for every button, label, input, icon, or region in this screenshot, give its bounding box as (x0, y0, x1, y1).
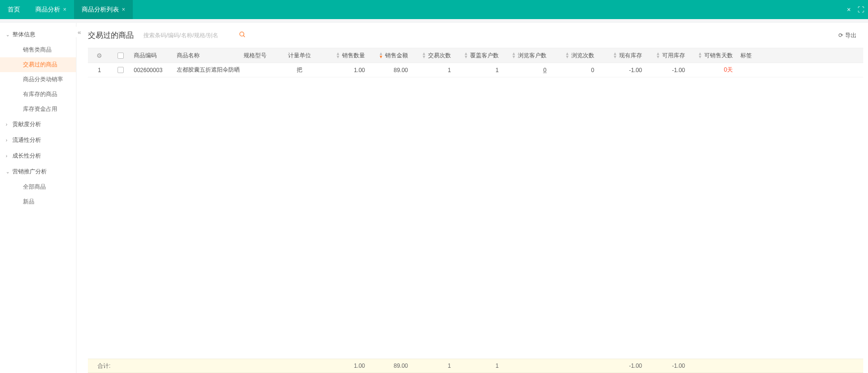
sidebar-group-label: 流通性分析 (12, 136, 41, 144)
col-code[interactable]: 商品编码 (130, 48, 173, 63)
cell-spec (240, 63, 278, 77)
export-button[interactable]: ⟳ 导出 (838, 32, 857, 40)
table-empty-space (88, 77, 863, 359)
cell-name: 左都胶囊五折遮阳伞防晒伞; (173, 63, 240, 77)
chevron-down-icon: ⌄ (6, 32, 10, 37)
tab-product-analysis-list[interactable]: 商品分析列表 × (74, 0, 133, 19)
cell-index: 1 (88, 63, 111, 77)
footer-tags (737, 359, 863, 373)
sidebar-group-contribution[interactable]: › 贡献度分析 (0, 117, 76, 132)
cell-avail: -1.00 (646, 63, 689, 77)
cell-stock: -1.00 (598, 63, 646, 77)
cell-qty: 1.00 (321, 63, 369, 77)
sort-icon: ▲▼ (422, 52, 426, 59)
chevron-right-icon: › (6, 122, 7, 127)
col-checkbox[interactable] (111, 48, 130, 63)
sidebar-group-label: 贡献度分析 (12, 120, 41, 128)
cell-customers: 1 (455, 63, 503, 77)
sort-icon: ▲▼ (613, 52, 617, 59)
close-icon[interactable]: × (122, 6, 125, 13)
close-icon[interactable]: × (63, 6, 66, 13)
tab-home[interactable]: 首页 (0, 0, 28, 19)
divider (0, 19, 868, 23)
footer-qty: 1.00 (321, 359, 369, 373)
cell-browse-cust[interactable]: 0 (503, 63, 550, 77)
col-stock[interactable]: ▲▼现有库存 (598, 48, 646, 63)
footer-browse-cust (503, 359, 550, 373)
sidebar-group-label: 成长性分析 (12, 152, 41, 160)
sidebar-item-sales-products[interactable]: 销售类商品 (0, 43, 76, 57)
sort-icon: ▲▼ (379, 52, 383, 59)
sidebar-group-label: 营销推广分析 (12, 168, 47, 176)
sort-icon: ▲▼ (512, 52, 516, 59)
close-all-icon[interactable]: × (847, 6, 851, 13)
col-browse-cust[interactable]: ▲▼浏览客户数 (503, 48, 550, 63)
col-unit[interactable]: 计量单位 (278, 48, 321, 63)
sidebar-item-traded-products[interactable]: 交易过的商品 (0, 57, 76, 72)
fullscreen-icon[interactable]: ⛶ (857, 6, 864, 13)
tab-label: 商品分析列表 (82, 5, 119, 14)
sidebar-group-label: 整体信息 (12, 31, 35, 39)
footer-browse-cnt (550, 359, 598, 373)
svg-line-1 (243, 35, 245, 37)
sidebar-item-stock-capital[interactable]: 库存资金占用 (0, 102, 76, 117)
table-row: 1 002600003 左都胶囊五折遮阳伞防晒伞; 把 1.00 89.00 1… (88, 63, 863, 77)
browse-cust-link[interactable]: 0 (543, 67, 547, 74)
cell-amount: 89.00 (369, 63, 412, 77)
cell-txn: 1 (412, 63, 455, 77)
tab-label: 商品分析 (35, 5, 60, 14)
footer-stock: -1.00 (598, 359, 646, 373)
checkbox-all[interactable] (118, 53, 124, 59)
sidebar-item-new-products[interactable]: 新品 (0, 194, 76, 209)
sort-icon: ▲▼ (336, 52, 340, 59)
sidebar-item-instock-products[interactable]: 有库存的商品 (0, 87, 76, 102)
sidebar-item-all-products[interactable]: 全部商品 (0, 180, 76, 194)
sidebar-group-liquidity[interactable]: › 流通性分析 (0, 132, 76, 148)
col-tags[interactable]: 标签 (737, 48, 863, 63)
search-wrap (141, 29, 246, 42)
col-txn[interactable]: ▲▼交易次数 (412, 48, 455, 63)
search-input[interactable] (141, 29, 237, 42)
col-name[interactable]: 商品名称 (173, 48, 240, 63)
sort-icon: ▲▼ (565, 52, 569, 59)
export-label: 导出 (845, 32, 857, 40)
sidebar-group-marketing[interactable]: ⌄ 营销推广分析 (0, 164, 76, 180)
page-title: 交易过的商品 (88, 31, 134, 41)
col-customers[interactable]: ▲▼覆盖客户数 (455, 48, 503, 63)
content: 交易过的商品 ⟳ 导出 ⚙ 商品编码 (76, 23, 868, 373)
search-icon[interactable] (239, 31, 246, 40)
col-avail[interactable]: ▲▼可用库存 (646, 48, 689, 63)
cell-checkbox[interactable] (111, 63, 130, 77)
sidebar-group-growth[interactable]: › 成长性分析 (0, 148, 76, 164)
col-browse-cnt[interactable]: ▲▼浏览次数 (550, 48, 598, 63)
cell-days: 0天 (689, 63, 737, 77)
col-days[interactable]: ▲▼可销售天数 (689, 48, 737, 63)
col-spec[interactable]: 规格型号 (240, 48, 278, 63)
col-qty[interactable]: ▲▼销售数量 (321, 48, 369, 63)
svg-point-0 (240, 32, 244, 36)
top-right-controls: × ⛶ (847, 0, 864, 19)
footer-avail: -1.00 (646, 359, 689, 373)
checkbox-row[interactable] (118, 67, 124, 73)
content-header: 交易过的商品 ⟳ 导出 (88, 23, 868, 48)
col-gear[interactable]: ⚙ (88, 48, 111, 63)
tab-label: 首页 (8, 5, 20, 14)
tab-product-analysis[interactable]: 商品分析 × (28, 0, 74, 19)
chevron-right-icon: › (6, 153, 7, 159)
footer-customers: 1 (455, 359, 503, 373)
sidebar-item-category-rate[interactable]: 商品分类动销率 (0, 72, 76, 87)
sidebar-group-overall[interactable]: ⌄ 整体信息 (0, 27, 76, 43)
col-amount[interactable]: ▲▼销售金额 (369, 48, 412, 63)
refresh-icon: ⟳ (838, 32, 843, 39)
footer-days (689, 359, 737, 373)
sort-icon: ▲▼ (698, 52, 702, 59)
table: ⚙ 商品编码 商品名称 规格型号 计量单位 ▲▼销售数量 ▲▼销售金额 ▲▼交易… (88, 48, 868, 373)
footer-txn: 1 (412, 359, 455, 373)
sort-icon: ▲▼ (656, 52, 660, 59)
sidebar: « ⌄ 整体信息 销售类商品 交易过的商品 商品分类动销率 有库存的商品 库存资… (0, 23, 76, 373)
gear-icon[interactable]: ⚙ (96, 52, 102, 59)
cell-code: 002600003 (130, 63, 173, 77)
chevron-down-icon: ⌄ (6, 169, 10, 174)
footer-label: 合计: (88, 359, 173, 373)
cell-unit: 把 (278, 63, 321, 77)
